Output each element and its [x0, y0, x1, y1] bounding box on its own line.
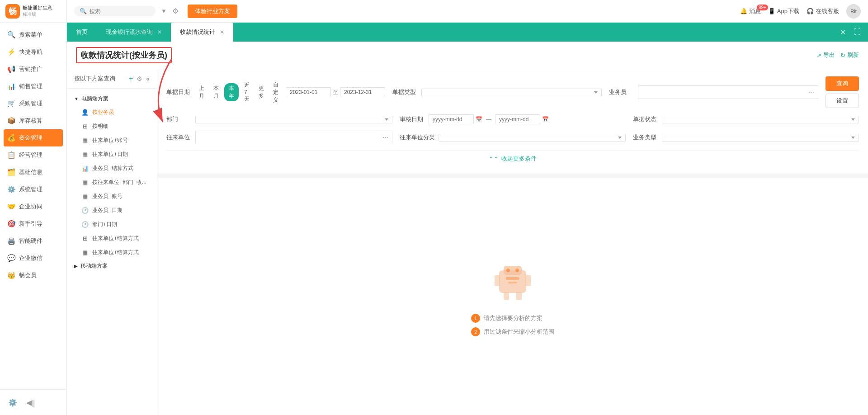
operations-icon: 📋: [7, 151, 15, 159]
salesman-select[interactable]: ···: [638, 85, 818, 99]
table1-icon: ▦: [81, 137, 89, 144]
audit-from-input[interactable]: [429, 114, 474, 124]
scheme-item-unit-date[interactable]: ▦ 往来单位+日期: [67, 147, 157, 161]
app-download-btn[interactable]: 📱 App下载: [768, 7, 799, 15]
set-button[interactable]: 设置: [826, 94, 859, 108]
tab-home[interactable]: 首页: [67, 23, 97, 42]
counterparty-cat-label: 往来单位分类: [400, 133, 435, 141]
sidebar-item-purchase[interactable]: 🛒 采购管理: [0, 95, 66, 112]
tab-expand-icon[interactable]: ⛶: [852, 27, 863, 38]
export-button[interactable]: ↗ 导出: [816, 51, 835, 59]
scheme-item-salesman-settlement[interactable]: 📊 业务员+结算方式: [67, 161, 157, 175]
scheme-item-unit-settlement2[interactable]: ▦ 往来单位+结算方式: [67, 245, 157, 259]
scheme-item-by-salesman[interactable]: 👤 按业务员: [67, 105, 157, 119]
table5-icon: ▦: [81, 249, 89, 256]
logo-tag: 标准版: [23, 11, 52, 18]
date-btn-more[interactable]: 更多: [255, 83, 268, 101]
sidebar-item-basic[interactable]: 🗂️ 基础信息: [0, 164, 66, 181]
sidebar-item-enterprise[interactable]: 🤝 企业协同: [0, 198, 66, 215]
date-from-input[interactable]: [286, 87, 331, 97]
svg-rect-4: [506, 277, 519, 280]
refresh-button[interactable]: ↻ 刷新: [840, 51, 859, 59]
mobile-scheme-title[interactable]: ▶ 移动端方案: [67, 259, 157, 273]
scheme-item-salesman-account[interactable]: ▦ 业务员+账号: [67, 189, 157, 203]
date-to-input[interactable]: [340, 87, 385, 97]
docstatus-select[interactable]: [662, 116, 859, 123]
system-icon: ⚙️: [7, 185, 15, 193]
table3-icon: ▦: [81, 179, 89, 186]
left-panel-actions: + ⚙ «: [129, 75, 150, 83]
counterparty-more-btn[interactable]: ···: [382, 133, 388, 141]
sidebar-item-member[interactable]: 👑 畅会员: [0, 267, 66, 284]
detail2-icon: ⊞: [81, 235, 89, 242]
sidebar-item-search[interactable]: 🔍 搜索菜单: [0, 26, 66, 43]
search-input[interactable]: [90, 8, 144, 14]
sidebar-item-marketing[interactable]: 📢 营销推广: [0, 61, 66, 78]
chevron-right-icon: ▶: [74, 264, 78, 269]
sidebar-item-finance[interactable]: 💰 资金管理: [4, 129, 63, 146]
pc-scheme-title[interactable]: ▼ 电脑端方案: [67, 92, 157, 105]
message-btn[interactable]: 🔔 消息 99+: [740, 7, 761, 15]
scheme-item-unit-account[interactable]: ▦ 往来单位+账号: [67, 133, 157, 147]
sidebar-item-wechat[interactable]: 💬 企业微信: [0, 250, 66, 267]
header-dropdown-btn[interactable]: ▼: [161, 8, 167, 14]
page-actions: ↗ 导出 ↻ 刷新: [816, 51, 859, 59]
tab-bank-close-icon[interactable]: ✕: [157, 29, 162, 35]
dept-chevron-icon: [385, 118, 388, 121]
salesman-label: 业务员: [609, 88, 634, 96]
date-label: 单据日期: [166, 88, 192, 96]
logo-brand: 畅捷通好生意: [23, 5, 52, 11]
scheme-item-unit-dept[interactable]: ▦ 按往来单位+部门+收...: [67, 175, 157, 189]
sidebar-item-operations[interactable]: 📋 经营管理: [0, 146, 66, 164]
calendar2-icon: 📅: [542, 116, 549, 123]
header-settings-icon[interactable]: ⚙: [172, 7, 179, 15]
sidebar-item-sales[interactable]: 📊 销售管理: [0, 78, 66, 95]
scheme-item-salesman-date[interactable]: 🕐 业务员+日期: [67, 203, 157, 217]
sidebar-item-system[interactable]: ⚙️ 系统管理: [0, 181, 66, 198]
counterparty-cat-chevron-icon: [618, 137, 622, 139]
scheme-item-dept-date[interactable]: 🕐 部门+日期: [67, 217, 157, 231]
audit-date-group: 📅 — 📅: [429, 114, 549, 124]
online-service-btn[interactable]: 🎧 在线客服: [807, 7, 839, 15]
biztype-select[interactable]: [662, 134, 859, 141]
panel-collapse-btn[interactable]: «: [146, 75, 150, 82]
sidebar-settings-btn[interactable]: ⚙️: [5, 395, 20, 410]
tab-close-all-icon[interactable]: ✕: [837, 27, 848, 38]
trial-button[interactable]: 体验行业方案: [188, 5, 237, 18]
date-separator: 至: [333, 89, 338, 96]
dept-select[interactable]: [195, 116, 392, 123]
add-scheme-btn[interactable]: +: [129, 75, 133, 83]
sidebar-item-guide[interactable]: 🎯 新手引导: [0, 215, 66, 232]
sidebar-item-hardware[interactable]: 🖨️ 智能硬件: [0, 232, 66, 250]
logo-area: 畅 畅捷通好生意 标准版: [0, 0, 66, 23]
sidebar-collapse-btn[interactable]: ◀‖: [24, 395, 38, 410]
collapse-filter-btn[interactable]: ⌃⌃ 收起更多条件: [166, 151, 859, 166]
doctype-select[interactable]: [421, 89, 602, 96]
date-btn-last-month[interactable]: 上月: [195, 83, 208, 101]
header-search-box[interactable]: 🔍: [74, 6, 156, 16]
date-btn-custom[interactable]: 自定义: [269, 80, 282, 105]
salesman-more-btn[interactable]: ···: [808, 88, 814, 96]
scheme-item-by-detail[interactable]: ⊞ 按明细: [67, 119, 157, 133]
tab-bank[interactable]: 现金银行流水查询 ✕: [97, 23, 171, 42]
finance-icon: 💰: [7, 134, 15, 142]
date-btn-7days[interactable]: 近7天: [241, 80, 253, 104]
date-btn-this-year[interactable]: 本年: [224, 83, 239, 101]
counterparty-cat-select[interactable]: [439, 134, 626, 141]
top-header: 🔍 ▼ ⚙ 体验行业方案 🔔 消息 99+ 📱 App下载 🎧 在线客服 Rit: [67, 0, 868, 23]
page-title: 收款情况统计(按业务员): [76, 47, 172, 63]
scheme-item-unit-settlement1[interactable]: ⊞ 往来单位+结算方式: [67, 231, 157, 245]
audit-to-input[interactable]: [495, 114, 540, 124]
sidebar-item-inventory[interactable]: 📦 库存核算: [0, 112, 66, 129]
counterparty-select[interactable]: ···: [195, 131, 392, 144]
scheme-settings-btn[interactable]: ⚙: [137, 75, 142, 82]
tab-collection-close-icon[interactable]: ✕: [220, 29, 224, 35]
date-btn-this-month[interactable]: 本月: [210, 83, 222, 101]
filter-dept-item: 部门: [166, 115, 392, 123]
filter-area: 单据日期 上月 本月 本年 近7天 更多 自定义 至: [157, 69, 868, 174]
detail-icon: ⊞: [81, 123, 89, 130]
tab-collection[interactable]: 收款情况统计 ✕: [171, 23, 233, 42]
user-avatar[interactable]: Rit: [846, 4, 861, 19]
query-button[interactable]: 查询: [826, 76, 859, 91]
sidebar-item-quicknav[interactable]: ⚡ 快捷导航: [0, 43, 66, 61]
